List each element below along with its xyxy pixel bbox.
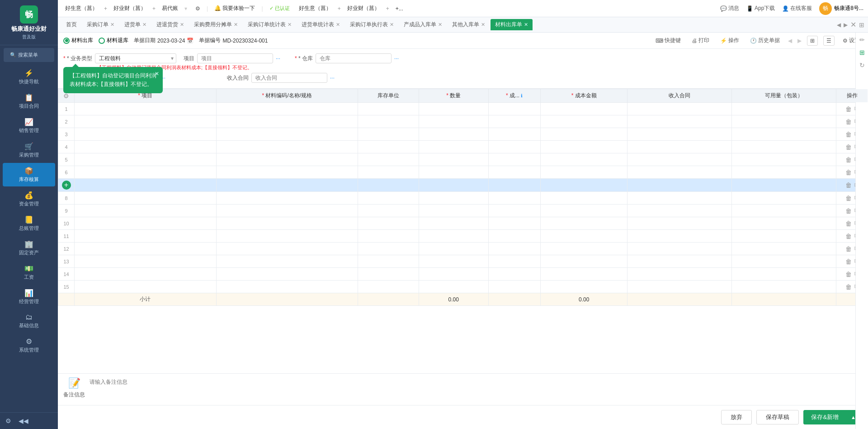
radio-material-out[interactable]: 材料出库 — [63, 37, 93, 44]
sidebar-item-ledger[interactable]: 📒 总账管理 — [3, 212, 55, 235]
row-2-income-contract[interactable] — [627, 115, 732, 128]
sidebar-item-salary[interactable]: 💵 工资 — [3, 261, 55, 284]
tabbar-prev-icon[interactable]: ◀ — [837, 22, 841, 28]
right-refresh-icon[interactable]: ↻ — [859, 62, 865, 69]
tab-receipt-stats[interactable]: 进货单统计表 ✕ — [297, 19, 344, 30]
tab-material-out[interactable]: 材料出库单 ✕ — [491, 19, 533, 30]
tooltip-close-icon[interactable]: ✕ — [155, 70, 159, 78]
row-8-delete-icon[interactable]: 🗑 — [845, 195, 852, 202]
topbar-message[interactable]: 💬 消息 — [720, 5, 739, 12]
right-view-icon[interactable]: ⊞ — [859, 49, 865, 56]
tab-other-storage-close[interactable]: ✕ — [481, 22, 485, 28]
tab-purchase-order-close[interactable]: ✕ — [110, 22, 114, 28]
tabbar-view-icon[interactable]: ⊞ — [859, 21, 864, 29]
tab-receipt-close[interactable]: ✕ — [142, 22, 146, 28]
tab-order-exec[interactable]: 采购订单执行表 ✕ — [345, 19, 398, 30]
tab-home[interactable]: 首页 — [61, 19, 81, 30]
topbar-good-business[interactable]: 好生意（菖） — [62, 4, 100, 13]
row-1-item[interactable] — [75, 103, 217, 115]
notes-input[interactable] — [90, 377, 863, 391]
topbar-good-finance2[interactable]: 好业财（菖） — [344, 4, 382, 13]
tabbar-close-icon[interactable]: ✕ — [850, 20, 856, 29]
row-2-available[interactable] — [732, 115, 836, 128]
row-7-delete-icon[interactable]: 🗑 — [845, 181, 852, 189]
row-1-quantity[interactable] — [419, 103, 488, 115]
tab-order-stats[interactable]: 采购订单统计表 ✕ — [243, 19, 296, 30]
date-value[interactable]: 2023-03-24 — [157, 38, 185, 44]
row-15-delete-icon[interactable]: 🗑 — [845, 283, 852, 291]
row-1-income-contract[interactable] — [627, 103, 732, 115]
row-14-delete-icon[interactable]: 🗑 — [845, 271, 852, 278]
tab-product-storage[interactable]: 产成品入库单 ✕ — [399, 19, 447, 30]
discard-button[interactable]: 放弃 — [721, 410, 752, 424]
row-6-delete-icon[interactable]: 🗑 — [845, 169, 852, 176]
row-3-delete-icon[interactable]: 🗑 — [845, 131, 852, 138]
actions-button[interactable]: ⚡ 操作 — [717, 35, 742, 46]
radio-material-return[interactable]: 材料退库 — [99, 37, 128, 44]
row-2-warehouse-unit[interactable] — [358, 115, 419, 128]
row-5-delete-icon[interactable]: 🗑 — [845, 156, 852, 163]
row-7-item[interactable] — [75, 179, 217, 192]
tab-order-exec-close[interactable]: ✕ — [390, 22, 394, 28]
sidebar-item-funds[interactable]: 💰 资金管理 — [3, 187, 55, 211]
sidebar-item-purchase[interactable]: 🛒 采购管理 — [3, 138, 55, 162]
row-13-delete-icon[interactable]: 🗑 — [845, 258, 852, 265]
warehouse-input[interactable] — [316, 53, 392, 63]
row-1-available[interactable] — [732, 103, 836, 115]
row-1-delete-icon[interactable]: 🗑 — [845, 105, 852, 113]
tab-receipt-stats-close[interactable]: ✕ — [336, 22, 340, 28]
row-2-delete-icon[interactable]: 🗑 — [845, 118, 852, 125]
view-grid-button[interactable]: ⊞ — [807, 36, 818, 46]
row-7-material[interactable] — [216, 179, 358, 192]
tab-receipt[interactable]: 进货单 ✕ — [120, 19, 151, 30]
sidebar-item-management[interactable]: 📊 经营管理 — [3, 285, 55, 309]
row-2-cost[interactable] — [488, 115, 540, 128]
sidebar-collapse-icon[interactable]: ◀◀ — [19, 417, 28, 424]
sidebar-item-quick-nav[interactable]: ⚡ 快捷导航 — [3, 65, 55, 89]
tab-purchase-order[interactable]: 采购订单 ✕ — [82, 19, 119, 30]
tab-order-stats-close[interactable]: ✕ — [288, 22, 292, 28]
save-new-main-button[interactable]: 保存&新增 — [804, 410, 846, 424]
tab-material-out-close[interactable]: ✕ — [524, 22, 528, 28]
sidebar-item-inventory[interactable]: 📦 库存核算 — [3, 163, 55, 186]
save-draft-button[interactable]: 保存草稿 — [756, 410, 799, 424]
row-12-delete-icon[interactable]: 🗑 — [845, 245, 852, 253]
tabbar-next-icon[interactable]: ▶ — [844, 22, 848, 28]
history-button[interactable]: 🕐 历史单据 — [747, 35, 783, 46]
right-edit-icon[interactable]: ✏ — [859, 36, 865, 43]
add-row-button[interactable]: + — [62, 181, 71, 190]
topbar-good-finance[interactable]: 好业财（菖） — [111, 4, 149, 13]
row-1-cost[interactable] — [488, 103, 540, 115]
warehouse-more-btn[interactable]: ··· — [394, 55, 399, 62]
tab-expense-split-close[interactable]: ✕ — [234, 22, 238, 28]
row-4-delete-icon[interactable]: 🗑 — [845, 143, 852, 151]
topbar-settings-icon[interactable]: ⚙ — [193, 5, 203, 13]
row-2-item[interactable] — [75, 115, 217, 128]
row-1-material[interactable] — [216, 103, 358, 115]
sidebar-item-project-contract[interactable]: 📋 项目合同 — [3, 90, 55, 113]
row-9-delete-icon[interactable]: 🗑 — [845, 207, 852, 214]
topbar-online-service[interactable]: 👤 在线客服 — [782, 5, 812, 12]
topbar-good-business2[interactable]: 好生意（菖） — [296, 4, 334, 13]
row-2-cost-amount[interactable] — [540, 115, 627, 128]
row-2-material[interactable] — [216, 115, 358, 128]
topbar-experience[interactable]: 🔔 我要体验一下 — [212, 4, 258, 13]
search-menu[interactable]: 🔍 搜索菜单 — [4, 48, 54, 62]
row-10-delete-icon[interactable]: 🗑 — [845, 220, 852, 227]
business-type-input[interactable] — [95, 53, 176, 63]
tab-return-close[interactable]: ✕ — [180, 22, 184, 28]
topbar-easy-agent[interactable]: 易代账 — [159, 4, 181, 13]
sidebar-item-fixed-assets[interactable]: 🏢 固定资产 — [3, 236, 55, 260]
row-2-quantity[interactable] — [419, 115, 488, 128]
topbar-more[interactable]: +... — [393, 5, 406, 13]
tab-product-storage-close[interactable]: ✕ — [438, 22, 442, 28]
topbar-app-download[interactable]: 📱 App下载 — [746, 5, 775, 12]
calendar-icon[interactable]: 📅 — [187, 38, 193, 44]
row-1-warehouse-unit[interactable] — [358, 103, 419, 115]
sidebar-item-system[interactable]: ⚙ 系统管理 — [3, 334, 55, 357]
row-1-cost-amount[interactable] — [540, 103, 627, 115]
sidebar-settings-icon[interactable]: ⚙ — [5, 417, 11, 424]
tab-expense-split[interactable]: 采购费用分摊单 ✕ — [189, 19, 242, 30]
project-more-btn[interactable]: ··· — [276, 55, 280, 62]
project-input[interactable] — [197, 53, 273, 63]
